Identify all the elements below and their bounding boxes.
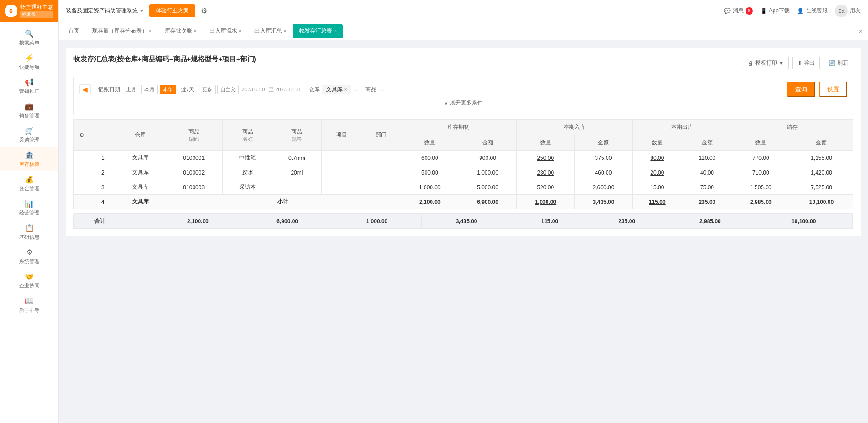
- row3-out-qty[interactable]: 15.00: [632, 180, 682, 195]
- row2-spec: 20ml: [272, 165, 322, 180]
- tab-inventory-dist[interactable]: 现存量（库存分布表） ×: [86, 24, 158, 38]
- tab-close-inventory-dist[interactable]: ×: [149, 28, 152, 33]
- footer-out-amt: 235.00: [588, 214, 665, 229]
- logo: 6 畅捷通好生意 标准版: [0, 0, 58, 22]
- expand-chevron-icon: ∨: [444, 100, 448, 106]
- th-open-qty: 数量: [401, 135, 459, 151]
- th-warehouse: 仓库: [116, 120, 165, 151]
- main-area: 装备及固定资产辅助管理系统 ▼ 体验行业方案 ⚙ 💬 消息 6 📱 App下载 …: [59, 0, 868, 423]
- warehouse-more[interactable]: ...: [354, 86, 358, 93]
- warehouse-filter: 仓库 文具库 × ...: [309, 85, 358, 94]
- date-btn-this-year[interactable]: 本年: [160, 85, 176, 94]
- refresh-button[interactable]: 🔄 刷新: [824, 57, 853, 69]
- th-no: [90, 120, 116, 151]
- date-btn-more[interactable]: 更多: [199, 85, 216, 94]
- system-name-select[interactable]: 装备及固定资产辅助管理系统 ▼: [66, 7, 144, 15]
- print-button[interactable]: 🖨 模板打印 ▼: [743, 57, 789, 69]
- page-card: 收发存汇总表(按仓库+商品编码+商品+规格型号+项目+部门) 🖨 模板打印 ▼ …: [66, 48, 861, 236]
- gear-settings-icon[interactable]: ⚙: [201, 6, 207, 15]
- row3-department: [361, 180, 401, 195]
- sidebar-item-guide[interactable]: 📖 新手引导: [0, 293, 58, 317]
- logo-icon: 6: [5, 5, 17, 17]
- row3-close-amt: 7,525.00: [790, 180, 853, 195]
- table-settings-header[interactable]: ⚙: [74, 120, 90, 151]
- close-all-tabs[interactable]: ×: [857, 26, 864, 37]
- tab-flow[interactable]: 出入库流水 ×: [204, 24, 248, 38]
- sidebar: 6 畅捷通好生意 标准版 🔍 搜索菜单 ⚡ 快捷导航 📢 营销推广 💼: [0, 0, 59, 423]
- warehouse-tag-close[interactable]: ×: [344, 87, 347, 92]
- sidebar-item-sales[interactable]: 💼 销售管理: [0, 99, 58, 123]
- page-title: 收发存汇总表(按仓库+商品编码+商品+规格型号+项目+部门): [73, 55, 256, 64]
- tab-close-receipt-summary[interactable]: ×: [334, 28, 337, 33]
- basicinfo-icon: 📋: [25, 224, 34, 232]
- row1-out-qty[interactable]: 80.00: [632, 151, 682, 165]
- guide-icon: 📖: [25, 297, 34, 305]
- search-icon: 🔍: [25, 29, 34, 38]
- user-menu[interactable]: Ea 用友: [835, 5, 861, 17]
- trial-button[interactable]: 体验行业方案: [149, 4, 195, 17]
- warehouse-tag[interactable]: 文具库 ×: [322, 85, 351, 94]
- sidebar-item-quicknav[interactable]: ⚡ 快捷导航: [0, 50, 58, 74]
- sidebar-item-finance[interactable]: 💰 资金管理: [0, 171, 58, 196]
- sidebar-item-system[interactable]: ⚙ 系统管理: [0, 244, 58, 269]
- date-btn-this-month[interactable]: 本月: [141, 85, 158, 94]
- row1-spec: 0.7mm: [272, 151, 322, 165]
- collapse-button[interactable]: ◀: [79, 84, 91, 94]
- filter-settings-button[interactable]: 设置: [819, 82, 847, 97]
- sidebar-item-collaboration[interactable]: 🤝 企业协同: [0, 269, 58, 293]
- tab-close-batch[interactable]: ×: [194, 28, 197, 33]
- date-btn-last-month[interactable]: 上月: [123, 85, 139, 94]
- expand-more[interactable]: ∨ 展开更多条件: [79, 99, 847, 107]
- tab-inout-summary[interactable]: 出入库汇总 ×: [249, 24, 293, 38]
- tab-close-inout-summary[interactable]: ×: [284, 28, 287, 33]
- row2-out-qty[interactable]: 20.00: [632, 165, 682, 180]
- th-name: 商品名称: [223, 120, 272, 151]
- th-spec: 商品规格: [272, 120, 322, 151]
- row2-warehouse: 文具库: [116, 165, 165, 180]
- row1-department: [361, 151, 401, 165]
- subtotal-no: 4: [90, 195, 116, 209]
- row1-code: 0100001: [165, 151, 223, 165]
- sidebar-item-purchase[interactable]: 🛒 采购管理: [0, 123, 58, 147]
- subtotal-close-qty: 2,985.00: [732, 195, 790, 209]
- th-opening-group: 库存期初: [401, 120, 516, 135]
- footer-open-amt: 6,900.00: [243, 214, 332, 229]
- date-btn-custom[interactable]: 自定义: [217, 85, 239, 94]
- sidebar-item-inventory[interactable]: 🏦 库存核算: [0, 147, 58, 171]
- footer-open-qty: 2,100.00: [153, 214, 243, 229]
- row1-settings: [74, 151, 90, 165]
- subtotal-in-qty: 1,000.00: [517, 195, 575, 209]
- row1-in-qty[interactable]: 250.00: [517, 151, 575, 165]
- subtotal-warehouse: 文具库: [116, 195, 165, 209]
- tab-receipt-summary[interactable]: 收发存汇总表 ×: [293, 24, 343, 38]
- sidebar-item-search[interactable]: 🔍 搜索菜单: [0, 26, 58, 50]
- message-button[interactable]: 💬 消息 6: [724, 7, 753, 15]
- app-download-button[interactable]: 📱 App下载: [760, 7, 790, 15]
- th-close-qty: 数量: [732, 135, 790, 151]
- row1-project: [322, 151, 361, 165]
- online-service-button[interactable]: 👤 在线客服: [797, 7, 828, 15]
- goods-more[interactable]: ...: [379, 86, 384, 93]
- row3-in-qty[interactable]: 520.00: [517, 180, 575, 195]
- row3-in-amt: 2,600.00: [575, 180, 632, 195]
- goods-filter: 商品 ...: [365, 86, 384, 93]
- row1-open-qty: 600.00: [401, 151, 459, 165]
- date-btn-7days[interactable]: 近7天: [178, 85, 197, 94]
- top-header: 装备及固定资产辅助管理系统 ▼ 体验行业方案 ⚙ 💬 消息 6 📱 App下载 …: [59, 0, 868, 22]
- row2-in-qty[interactable]: 230.00: [517, 165, 575, 180]
- query-button[interactable]: 查询: [787, 82, 815, 97]
- tab-batch[interactable]: 库存批次账 ×: [159, 24, 203, 38]
- tab-home[interactable]: 首页: [62, 24, 85, 38]
- subtotal-row: 4 文具库 小计 2,100.00 6,900.00 1,000.00 3,43…: [74, 195, 853, 209]
- sidebar-item-operations[interactable]: 📊 经营管理: [0, 196, 58, 220]
- row3-out-amt: 75.00: [682, 180, 732, 195]
- row1-warehouse: 文具库: [116, 151, 165, 165]
- sidebar-item-marketing[interactable]: 📢 营销推广: [0, 74, 58, 99]
- logo-badge: 标准版: [20, 11, 53, 18]
- export-button[interactable]: ⬆ 导出: [792, 57, 820, 69]
- sidebar-item-basicinfo[interactable]: 📋 基础信息: [0, 220, 58, 244]
- operations-icon: 📊: [25, 199, 34, 208]
- tab-close-flow[interactable]: ×: [239, 28, 242, 33]
- table-row: 3 文具库 0100003 采访本 1,000.00 5,000.00 520.…: [74, 180, 853, 195]
- footer-out-qty: 115.00: [511, 214, 588, 229]
